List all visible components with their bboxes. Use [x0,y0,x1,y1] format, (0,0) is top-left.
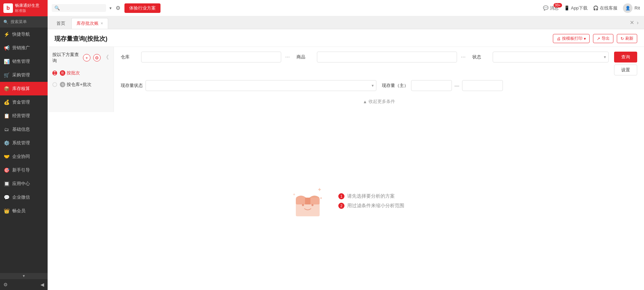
tab-home[interactable]: 首页 [52,18,70,29]
export-btn[interactable]: ↗ 导出 [593,34,613,43]
stock-main-dash: — [455,83,459,88]
empty-content: ✦ ✦ ✦ 1 请先选择要分析的方案 [287,181,404,221]
sidebar-item-sales[interactable]: 📊 销售管理 [0,55,48,68]
sidebar-item-operation[interactable]: 📋 经营管理 [0,109,48,123]
avatar: 👤 [623,3,632,13]
sidebar-item-label: 经营管理 [12,113,30,119]
username: Rit [634,5,640,11]
sidebar-item-label: 应用中心 [12,181,30,187]
product-label: 商品 [296,54,314,60]
tab-batch-account[interactable]: 库存批次账 × [71,18,108,29]
stock-main-label: 现存量（主） [382,83,408,89]
collapse-more-label: 收起更多条件 [369,98,395,105]
sidebar-item-label: 基础信息 [12,126,30,132]
sidebar-item-member[interactable]: 👑 畅会员 [0,204,48,218]
app-version: 标准版 [15,8,39,13]
sidebar-item-basic[interactable]: 🗂 基础信息 [0,123,48,136]
filter-form-wrap: 仓库 ··· 商品 ··· 状态 [114,47,644,112]
sidebar-item-enterprise[interactable]: 🤝 企业协同 [0,150,48,163]
sidebar-item-inventory[interactable]: 📦 库存核算 [0,82,48,95]
sidebar-item-guide[interactable]: 🎯 新手引导 [0,163,48,177]
sidebar-item-label: 企业微信 [12,194,30,200]
close-right-icon[interactable]: ✕ [630,19,634,26]
sidebar-item-system[interactable]: ⚙️ 系统管理 [0,136,48,150]
filter-collapse-btn[interactable]: 《 [103,54,109,61]
filter-stock-status: 现存量状态 ▾ [121,80,376,91]
sidebar-item-marketing[interactable]: 📢 营销推广 [0,41,48,55]
sidebar-item-label: 新手引导 [12,167,30,173]
sidebar-search[interactable]: 🔍 搜索菜单 [0,16,48,28]
apps-icon: 🔲 [3,181,10,187]
topbar: 🔍 ▾ ⚙ 体验行业方案 💬 消息 99+ 📱 App下载 🎧 在线客服 � [48,0,644,16]
filter-gear-btn[interactable]: ⚙ [93,54,101,61]
warehouse-batch-icon: 仓 [60,82,65,87]
app-name: 畅康通好生意 [15,3,39,8]
stock-status-select[interactable] [146,80,376,91]
wechat-icon: 💬 [3,194,10,200]
sidebar-item-apps[interactable]: 🔲 应用中心 [0,177,48,191]
message-icon: 💬 [543,5,548,11]
warehouse-input[interactable] [141,52,281,62]
user-profile[interactable]: 👤 Rit [623,3,640,13]
stock-status-select-wrap: ▾ [146,80,376,91]
topbar-gear-icon[interactable]: ⚙ [114,3,122,13]
filter-stock-main: 现存量（主） — [382,80,638,91]
action-btns: 查询 设置 [614,52,637,75]
sidebar-scroll-down[interactable]: ▼ [0,273,48,279]
collapse-more-btn[interactable]: ▲ 收起更多条件 [121,96,637,107]
finance-icon: 💰 [3,99,10,105]
online-service-label: 在线客服 [600,5,617,11]
tip-text-2: 用过滤条件来缩小分析范围 [347,203,404,209]
stock-main-to-input[interactable] [462,80,503,91]
sidebar-item-finance[interactable]: 💰 资金管理 [0,95,48,109]
member-icon: 👑 [3,208,10,214]
warehouse-dots[interactable]: ··· [284,54,291,60]
sidebar-item-purchase[interactable]: 🛒 采购管理 [0,68,48,82]
topbar-dropdown-icon[interactable]: ▾ [109,6,112,11]
topbar-search-box[interactable]: 🔍 [52,4,106,12]
filter-sidebar-icons: + ⚙ 《 [83,54,109,61]
product-input[interactable] [317,52,457,62]
page-title: 现存量查询(按批次) [54,35,107,43]
gear-icon: ⚙ [95,55,99,60]
print-dropdown-icon[interactable]: ▾ [584,36,586,41]
messages-btn[interactable]: 💬 消息 99+ [543,5,559,11]
tab-close-right-btn[interactable]: ✕ › [628,18,640,27]
sidebar-footer: ⚙ ◀ [0,279,48,290]
sidebar-item-quick-nav[interactable]: ⚡ 快捷导航 [0,28,48,41]
filter-row-2: 现存量状态 ▾ 现存量（主） — [121,80,637,91]
refresh-btn[interactable]: ↻ 刷新 [617,34,637,43]
filter-option-batch[interactable]: 批 按批次 [48,67,114,79]
settings-btn[interactable]: 设置 [614,65,637,75]
sidebar: b 畅康通好生意 标准版 🔍 搜索菜单 ⚡ 快捷导航 📢 营销推广 📊 销售管理… [0,0,48,290]
product-dots[interactable]: ··· [460,54,467,60]
filter-option-warehouse-batch[interactable]: 仓 按仓库+批次 [48,79,114,90]
query-btn[interactable]: 查询 [614,52,637,62]
svg-text:✦: ✦ [320,196,322,200]
settings-icon[interactable]: ⚙ [3,282,8,287]
app-download-btn[interactable]: 📱 App下载 [564,5,588,11]
collapse-icon[interactable]: ◀ [40,282,44,287]
online-service-btn[interactable]: 🎧 在线客服 [593,5,617,11]
tab-close-icon[interactable]: × [101,21,103,26]
filter-add-btn[interactable]: + [83,54,90,61]
experience-btn[interactable]: 体验行业方案 [124,3,160,13]
filter-sidebar: 按以下方案查询 + ⚙ 《 批 按批次 [48,47,114,112]
chevron-right-icon[interactable]: › [637,20,639,26]
filter-form: 仓库 ··· 商品 ··· 状态 [114,47,644,112]
print-btn[interactable]: 🖨 按模板打印 ▾ [553,34,590,43]
status-select[interactable] [493,52,609,62]
topbar-search-input[interactable] [62,6,103,11]
svg-rect-2 [305,198,310,204]
sidebar-nav: ⚡ 快捷导航 📢 营销推广 📊 销售管理 🛒 采购管理 📦 库存核算 💰 资金管… [0,28,48,273]
sidebar-item-wechat[interactable]: 💬 企业微信 [0,191,48,204]
svg-text:✦: ✦ [292,192,296,197]
filter-product: 商品 ··· [296,52,467,62]
page-header: 现存量查询(按批次) 🖨 按模板打印 ▾ ↗ 导出 ↻ 刷新 [48,29,644,47]
empty-tips: 1 请先选择要分析的方案 2 用过滤条件来缩小分析范围 [338,193,404,209]
filter-sidebar-header: 按以下方案查询 + ⚙ 《 [48,52,114,67]
content-area: 现存量查询(按批次) 🖨 按模板打印 ▾ ↗ 导出 ↻ 刷新 [48,29,644,290]
stock-main-from-input[interactable] [411,80,452,91]
empty-tip-2: 2 用过滤条件来缩小分析范围 [338,203,404,209]
status-select-wrap: ▾ [493,52,609,62]
